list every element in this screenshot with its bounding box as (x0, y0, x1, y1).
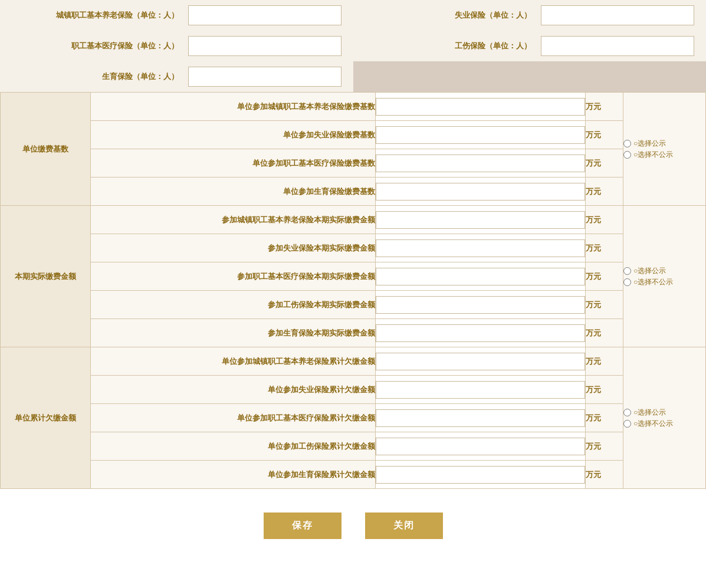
input-pension-arrears[interactable] (376, 353, 585, 370)
input-unemployment-arrears[interactable] (376, 381, 585, 399)
section1-input2-cell (376, 121, 586, 149)
section1-radio-show-input[interactable] (623, 140, 631, 147)
section3-input2-cell (376, 376, 586, 404)
section3-unit5: 万元 (586, 461, 623, 489)
section3-row4: 单位参加工伤保险累计欠缴金额 万元 (1, 432, 706, 461)
label-pension-headcount: 城镇职工基本养老保险（单位：人） (0, 10, 188, 21)
section2-radio-group: ○选择公示 ○选择不公示 (623, 266, 705, 287)
section2-label4: 参加工伤保险本期实际缴费金额 (90, 291, 375, 319)
section1-unit1: 万元 (586, 93, 623, 121)
top-section: 城镇职工基本养老保险（单位：人） 职工基本医疗保险（单位：人） 生育保险（单位：… (0, 0, 706, 92)
section2-row5: 参加生育保险本期实际缴费金额 万元 (1, 319, 706, 347)
input-wrap-pension (188, 5, 353, 25)
input-maternity-headcount[interactable] (188, 67, 341, 87)
section2-unit1: 万元 (586, 206, 623, 234)
section3-row3: 单位参加职工基本医疗保险累计欠缴金额 万元 (1, 404, 706, 432)
top-row-unemployment: 失业保险（单位：人） (353, 0, 707, 31)
input-pension-actual[interactable] (376, 211, 585, 229)
section2-radio-show-input[interactable] (623, 267, 631, 275)
section1-label4: 单位参加生育保险缴费基数 (90, 178, 375, 206)
section2-label1: 参加城镇职工基本养老保险本期实际缴费金额 (90, 206, 375, 234)
input-pension-headcount[interactable] (188, 5, 341, 25)
input-unemployment-base[interactable] (376, 126, 585, 144)
input-unemployment-headcount[interactable] (541, 5, 694, 25)
section1-radio-cell: ○选择公示 ○选择不公示 (623, 93, 706, 206)
top-right-col: 失业保险（单位：人） 工伤保险（单位：人） (353, 0, 707, 92)
section2-radio-hide-input[interactable] (623, 278, 631, 286)
top-row-pension: 城镇职工基本养老保险（单位：人） (0, 0, 353, 31)
section3-unit3: 万元 (586, 404, 623, 432)
section3-row5: 单位参加生育保险累计欠缴金额 万元 (1, 461, 706, 489)
section1-label3: 单位参加职工基本医疗保险缴费基数 (90, 149, 375, 178)
section3-label3: 单位参加职工基本医疗保险累计欠缴金额 (90, 404, 375, 432)
input-maternity-actual[interactable] (376, 324, 585, 342)
section3-input5-cell (376, 461, 586, 489)
input-wrap-medical (188, 36, 353, 56)
section2-radio-show[interactable]: ○选择公示 (623, 266, 705, 276)
section3-radio-show[interactable]: ○选择公示 (623, 408, 705, 418)
beige-placeholder (353, 61, 707, 92)
input-wrap-unemployment (541, 5, 706, 25)
input-maternity-base[interactable] (376, 183, 585, 201)
section1-label2: 单位参加失业保险缴费基数 (90, 121, 375, 149)
main-table-wrapper: 单位缴费基数 单位参加城镇职工基本养老保险缴费基数 万元 ○选择公示 (0, 92, 706, 489)
section3-unit4: 万元 (586, 432, 623, 461)
section1-input3-cell (376, 149, 586, 178)
close-button[interactable]: 关闭 (365, 513, 443, 539)
section1-radio-hide[interactable]: ○选择不公示 (623, 150, 705, 160)
section1-radio-group: ○选择公示 ○选择不公示 (623, 139, 705, 160)
input-injury-headcount[interactable] (541, 36, 694, 56)
section1-row3: 单位参加职工基本医疗保险缴费基数 万元 (1, 149, 706, 178)
section3-header: 单位累计欠缴金额 (1, 347, 91, 489)
section2-input2-cell (376, 234, 586, 262)
section3-radio-hide[interactable]: ○选择不公示 (623, 419, 705, 429)
section2-unit2: 万元 (586, 234, 623, 262)
form-container: 城镇职工基本养老保险（单位：人） 职工基本医疗保险（单位：人） 生育保险（单位：… (0, 0, 706, 557)
section2-input1-cell (376, 206, 586, 234)
input-injury-actual[interactable] (376, 296, 585, 314)
section2-label3: 参加职工基本医疗保险本期实际缴费金额 (90, 262, 375, 291)
section1-radio-hide-input[interactable] (623, 151, 631, 159)
label-maternity-headcount: 生育保险（单位：人） (0, 71, 188, 82)
input-medical-actual[interactable] (376, 268, 585, 285)
input-pension-base[interactable] (376, 98, 585, 116)
label-medical-headcount: 职工基本医疗保险（单位：人） (0, 41, 188, 51)
section1-input1-cell (376, 93, 586, 121)
section2-unit5: 万元 (586, 319, 623, 347)
top-row-maternity: 生育保险（单位：人） (0, 61, 353, 92)
save-button[interactable]: 保存 (264, 513, 341, 539)
label-unemployment-headcount: 失业保险（单位：人） (353, 10, 541, 21)
page-wrapper: 城镇职工基本养老保险（单位：人） 职工基本医疗保险（单位：人） 生育保险（单位：… (0, 0, 706, 588)
section1-unit3: 万元 (586, 149, 623, 178)
section3-unit1: 万元 (586, 347, 623, 376)
section3-radio-show-input[interactable] (623, 409, 631, 416)
section1-radio-show[interactable]: ○选择公示 (623, 139, 705, 149)
section1-unit2: 万元 (586, 121, 623, 149)
top-row-injury: 工伤保险（单位：人） (353, 31, 707, 61)
top-row-medical: 职工基本医疗保险（单位：人） (0, 31, 353, 61)
section3-radio-group: ○选择公示 ○选择不公示 (623, 408, 705, 429)
section2-row2: 参加失业保险本期实际缴费金额 万元 (1, 234, 706, 262)
input-medical-base[interactable] (376, 155, 585, 172)
section3-unit2: 万元 (586, 376, 623, 404)
section1-unit4: 万元 (586, 178, 623, 206)
input-medical-headcount[interactable] (188, 36, 341, 56)
label-injury-headcount: 工伤保险（单位：人） (353, 41, 541, 51)
section1-row4: 单位参加生育保险缴费基数 万元 (1, 178, 706, 206)
input-wrap-injury (541, 36, 706, 56)
section3-radio-hide-input[interactable] (623, 420, 631, 428)
section1-input4-cell (376, 178, 586, 206)
input-unemployment-actual[interactable] (376, 239, 585, 257)
section3-input3-cell (376, 404, 586, 432)
section3-label5: 单位参加生育保险累计欠缴金额 (90, 461, 375, 489)
section2-unit4: 万元 (586, 291, 623, 319)
section3-label4: 单位参加工伤保险累计欠缴金额 (90, 432, 375, 461)
button-row: 保存 关闭 (0, 489, 706, 557)
main-table: 单位缴费基数 单位参加城镇职工基本养老保险缴费基数 万元 ○选择公示 (0, 92, 706, 489)
input-injury-arrears[interactable] (376, 438, 585, 455)
section1-row1: 单位缴费基数 单位参加城镇职工基本养老保险缴费基数 万元 ○选择公示 (1, 93, 706, 121)
section1-row2: 单位参加失业保险缴费基数 万元 (1, 121, 706, 149)
input-medical-arrears[interactable] (376, 409, 585, 427)
input-maternity-arrears[interactable] (376, 466, 585, 484)
section2-radio-hide[interactable]: ○选择不公示 (623, 277, 705, 287)
